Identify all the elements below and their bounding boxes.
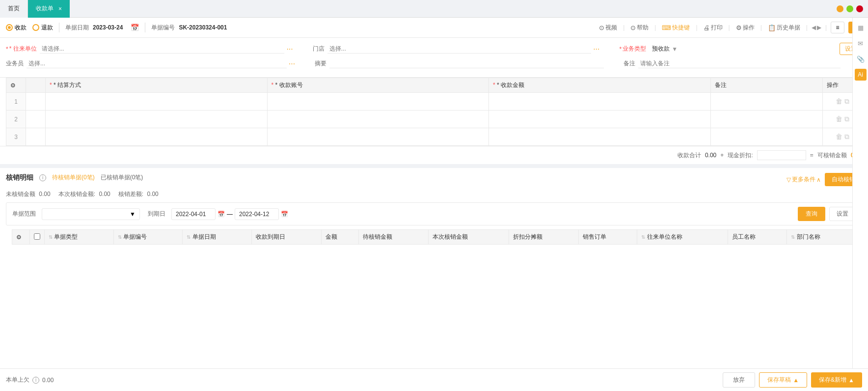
discount-label: 现金折扣: [728,151,753,160]
footer-info-icon[interactable]: i [32,377,39,384]
tab-home[interactable]: 首页 [0,0,28,18]
bottom-settings-col[interactable]: ⚙ [12,230,30,245]
col-amount: 金额 [322,230,359,245]
help-btn[interactable]: ⊙ 帮助 [628,23,651,33]
operation-btn[interactable]: ⚙ 操作 [734,23,757,33]
minimize-btn[interactable] [837,5,843,12]
row-2-settlement[interactable] [46,111,268,128]
calendar-from-icon[interactable]: 📅 [217,211,225,218]
row-1-amount[interactable] [489,93,711,111]
query-btn[interactable]: 查询 [798,207,825,221]
pending-tab[interactable]: 待核销单据(0笔) [52,173,95,182]
col-voucher-num: ⇅ 单据编号 [113,230,183,245]
store-more-icon[interactable]: ··· [593,45,599,54]
nav-right-icon[interactable]: ▶ [817,24,821,31]
remark-field: 备注 [624,59,841,68]
row-1-account[interactable] [267,93,489,111]
date-to-input[interactable] [235,208,279,220]
refund-radio-dot [32,24,39,31]
summary-label: 摘要 [315,59,326,68]
help-label: 帮助 [637,24,649,32]
row-1-delete-icon[interactable]: 🗑 [836,97,842,106]
form-row-1: * * 往来单位 ··· 门店 ··· * 业务类型 预收款 ▼ 设置 [6,43,862,55]
date-from-input[interactable] [171,208,216,220]
sidebar-clip-icon[interactable]: 📎 [855,53,867,65]
sidebar-mail-icon[interactable]: ✉ [855,37,867,49]
range-filter-field: 单据范围 ▼ [12,208,140,220]
store-input[interactable] [327,44,591,54]
hexiao-info-icon[interactable]: i [39,174,46,181]
store-label: 门店 [313,45,325,53]
row-1-remark[interactable] [710,93,823,111]
shortcut-btn[interactable]: ⌨ 快捷键 [660,23,692,33]
row-3-remark[interactable] [710,128,823,146]
select-all-checkbox[interactable] [34,233,40,240]
range-label: 单据范围 [12,210,36,218]
tab-close-icon[interactable]: × [58,5,62,12]
receipt-radio-dot [6,24,13,31]
row-2-delete-icon[interactable]: 🗑 [836,115,842,123]
history-icon: 📋 [768,24,776,31]
range-select[interactable]: ▼ [42,208,140,220]
business-type-arrow[interactable]: ▼ [672,46,678,53]
sidebar-table-icon[interactable]: ▦ [855,22,867,33]
date-label: 单据日期 [65,24,89,32]
remark-input[interactable] [638,59,841,68]
video-btn[interactable]: ⊙ 视频 [597,23,619,33]
save-new-btn[interactable]: 保存&新增 ▲ [811,372,862,388]
done-tab[interactable]: 已核销单据(0笔) [101,173,143,182]
row-2-copy-icon[interactable]: ⧉ [844,115,849,123]
salesperson-more-icon[interactable]: ··· [289,59,295,68]
counterpart-more-icon[interactable]: ··· [286,45,293,54]
filter-settings-btn[interactable]: 设置 [829,207,856,221]
row-3-delete-icon[interactable]: 🗑 [836,133,842,141]
account-col-header: * * 收款账号 [267,78,489,93]
discount-input[interactable] [757,150,806,160]
nav-left-icon[interactable]: ◀ [812,24,816,31]
row-3-settlement[interactable] [46,128,268,146]
maximize-btn[interactable] [846,5,853,12]
table-row: 2 🗑 ⧉ [6,111,862,128]
col-voucher-date: ⇅ 单据日期 [183,230,252,245]
salesperson-input[interactable] [27,59,287,68]
col-counterpart: ⇅ 往来单位名称 [637,230,728,245]
row-2-amount[interactable] [489,111,711,128]
receipt-radio[interactable]: 收款 [6,24,27,32]
row-2-account[interactable] [267,111,489,128]
close-win-btn[interactable] [856,5,863,12]
refund-radio[interactable]: 退款 [32,24,53,32]
save-draft-btn[interactable]: 保存草稿 ▲ [759,372,807,388]
total-value: 0.00 [705,152,716,159]
settings-col-header[interactable]: ⚙ [6,78,26,93]
more-conditions-btn[interactable]: ▽ 更多条件 ∧ [787,175,821,184]
list-view-btn[interactable]: ≡ [831,22,844,33]
save-draft-arrow: ▲ [793,377,799,384]
date-calendar-icon[interactable]: 📅 [131,24,139,31]
due-label: 到期日 [148,210,165,218]
abandon-btn[interactable]: 放弃 [723,372,755,388]
row-1-copy-icon[interactable]: ⧉ [844,97,849,106]
save-new-label: 保存&新增 [819,376,846,384]
unverified-stat: 未核销金额 0.00 [6,190,51,198]
row-2-remark[interactable] [710,111,823,128]
form-row-2: 业务员 ··· 摘要 备注 [6,59,862,68]
salesperson-label: 业务员 [6,59,24,68]
sidebar-ai-icon[interactable]: Ai [855,69,867,81]
summary-input[interactable] [329,59,604,68]
business-type-field: * 业务类型 预收款 ▼ [619,45,835,53]
print-btn[interactable]: 🖨 打印 [702,23,725,33]
row-1-settlement[interactable] [46,93,268,111]
operation-label: 操作 [743,24,755,32]
footer-right: 放弃 保存草稿 ▲ 保存&新增 ▲ [723,372,862,388]
calendar-to-icon[interactable]: 📅 [281,211,288,218]
col-sales-order: 销售订单 [578,230,637,245]
settlement-col-header: * * 结算方式 [46,78,268,93]
tab-receipt[interactable]: 收款单 × [28,0,70,18]
row-3-copy-icon[interactable]: ⧉ [844,133,849,141]
row-3-amount[interactable] [489,128,711,146]
row-3-account[interactable] [267,128,489,146]
counterpart-input[interactable] [40,44,285,54]
history-btn[interactable]: 📋 历史单据 [766,23,802,33]
bottom-checkbox-col [30,230,45,245]
video-icon: ⊙ [599,24,604,31]
